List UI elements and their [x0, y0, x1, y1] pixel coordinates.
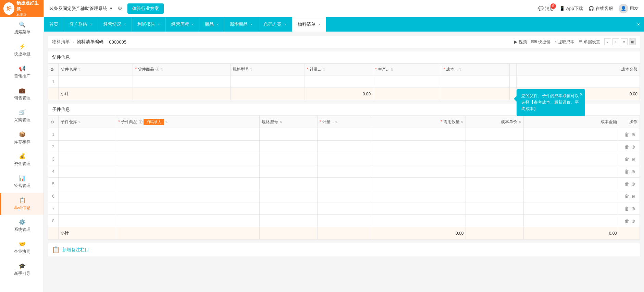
parent-row-unit[interactable] [305, 75, 373, 88]
parent-row-spec[interactable] [230, 75, 305, 88]
child-row-qty-5[interactable] [370, 178, 466, 190]
child-row-spec-2[interactable] [260, 141, 317, 153]
child-row-spec-5[interactable] [260, 178, 317, 190]
child-row-warehouse-2[interactable] [59, 141, 116, 153]
app-download-btn[interactable]: 📱 App下载 [559, 5, 583, 12]
child-row-qty-7[interactable] [370, 202, 466, 215]
tab-new-goods[interactable]: 新增商品 × [224, 17, 258, 32]
tab-customer-close[interactable]: × [90, 23, 92, 26]
parent-row-cost-amount[interactable] [516, 75, 640, 88]
sidebar-item-guide[interactable]: 🎓 新手引导 [0, 259, 44, 281]
tab-ops-history-close[interactable]: × [192, 23, 194, 26]
child-row-unit-6[interactable] [317, 190, 370, 202]
sidebar-item-finance[interactable]: 💰 资金管理 [0, 149, 44, 171]
child-row-spec-1[interactable] [260, 128, 317, 141]
child-row-warehouse-8[interactable] [59, 215, 116, 227]
sidebar-item-purchase[interactable]: 🛒 采购管理 [0, 105, 44, 127]
child-row-warehouse-4[interactable] [59, 165, 116, 178]
child-row-unit-5[interactable] [317, 178, 370, 190]
delete-icon-2[interactable]: 🗑 [624, 144, 629, 150]
child-row-cost-unit-6[interactable] [466, 190, 523, 202]
delete-icon-5[interactable]: 🗑 [624, 181, 629, 187]
settings-btn[interactable]: ⚙ [115, 4, 125, 13]
child-row-qty-3[interactable] [370, 153, 466, 165]
tab-barcode-close[interactable]: × [284, 23, 286, 26]
child-row-qty-1[interactable] [370, 128, 466, 141]
child-row-goods-2[interactable] [116, 141, 260, 153]
copy-icon-4[interactable]: ⊕ [631, 169, 635, 174]
message-btn[interactable]: 💬 消息 6 [538, 5, 554, 12]
page-next-btn[interactable]: › [612, 38, 619, 45]
parent-row-production[interactable] [373, 75, 441, 88]
child-row-spec-7[interactable] [260, 202, 317, 215]
child-goods-info-icon[interactable]: ⓘ [139, 120, 143, 124]
video-action[interactable]: ▶ 视频 [514, 39, 527, 45]
child-row-warehouse-7[interactable] [59, 202, 116, 215]
child-row-cost-unit-8[interactable] [466, 215, 523, 227]
child-row-cost-unit-3[interactable] [466, 153, 523, 165]
child-row-cost-unit-5[interactable] [466, 178, 523, 190]
child-row-spec-3[interactable] [260, 153, 317, 165]
delete-icon-7[interactable]: 🗑 [624, 206, 629, 211]
close-all-tabs-btn[interactable]: × [633, 22, 644, 27]
child-row-goods-1[interactable] [116, 128, 260, 141]
single-settings-action[interactable]: ☰ 单据设置 [579, 39, 600, 45]
delete-icon-8[interactable]: 🗑 [624, 218, 629, 224]
child-row-cost-unit-4[interactable] [466, 165, 523, 178]
child-row-unit-2[interactable] [317, 141, 370, 153]
parent-row-goods[interactable] [133, 75, 230, 88]
online-service-btn[interactable]: 🎧 在线客服 [589, 5, 613, 12]
extract-cost-action[interactable]: ↑ 提取成本 [555, 39, 574, 45]
child-row-goods-3[interactable] [116, 153, 260, 165]
tab-barcode[interactable]: 条码方案 × [258, 17, 292, 32]
parent-goods-info-icon[interactable]: ⓘ [156, 67, 159, 71]
add-note-label[interactable]: 新增备注栏目 [62, 247, 89, 253]
tab-goods-close[interactable]: × [216, 23, 219, 26]
child-row-goods-7[interactable] [116, 202, 260, 215]
delete-icon-1[interactable]: 🗑 [624, 132, 629, 137]
child-row-cost-unit-2[interactable] [466, 141, 523, 153]
sidebar-item-sales[interactable]: 💼 销售管理 [0, 83, 44, 105]
child-row-spec-8[interactable] [260, 215, 317, 227]
delete-icon-4[interactable]: 🗑 [624, 169, 629, 174]
child-row-goods-5[interactable] [116, 178, 260, 190]
tab-home[interactable]: 首页 [44, 17, 64, 32]
child-row-qty-2[interactable] [370, 141, 466, 153]
child-row-cost-unit-7[interactable] [466, 202, 523, 215]
child-row-warehouse-6[interactable] [59, 190, 116, 202]
tab-bom-close[interactable]: × [318, 23, 320, 26]
child-row-cost-amount-8[interactable] [523, 215, 619, 227]
child-row-warehouse-1[interactable] [59, 128, 116, 141]
tab-bom[interactable]: 物料清单 × [292, 17, 326, 32]
delete-icon-3[interactable]: 🗑 [624, 156, 629, 162]
child-row-spec-6[interactable] [260, 190, 317, 202]
user-menu[interactable]: 👤 用友 [619, 4, 639, 13]
child-row-unit-8[interactable] [317, 215, 370, 227]
child-row-unit-7[interactable] [317, 202, 370, 215]
copy-icon-6[interactable]: ⊕ [631, 194, 635, 199]
page-grid-btn[interactable]: ⊞ [629, 38, 636, 45]
delete-icon-6[interactable]: 🗑 [624, 194, 629, 199]
child-row-cost-amount-6[interactable] [523, 190, 619, 202]
child-row-qty-6[interactable] [370, 190, 466, 202]
page-prev-btn[interactable]: ‹ [604, 38, 611, 45]
copy-icon-5[interactable]: ⊕ [631, 181, 635, 187]
tab-ops-history[interactable]: 经营历程 × [166, 17, 200, 32]
child-row-cost-amount-3[interactable] [523, 153, 619, 165]
sidebar-item-search[interactable]: 🔍 搜索菜单 [0, 17, 44, 39]
child-row-cost-unit-1[interactable] [466, 128, 523, 141]
tab-ops-status[interactable]: 经营情况 × [98, 17, 132, 32]
tab-ops-status-close[interactable]: × [124, 23, 126, 26]
child-row-cost-amount-2[interactable] [523, 141, 619, 153]
parent-row-cost[interactable] [441, 75, 509, 88]
child-row-qty-8[interactable] [370, 215, 466, 227]
child-row-cost-amount-7[interactable] [523, 202, 619, 215]
child-row-goods-6[interactable] [116, 190, 260, 202]
child-row-qty-4[interactable] [370, 165, 466, 178]
copy-icon-3[interactable]: ⊕ [631, 156, 635, 162]
parent-row-warehouse[interactable] [59, 75, 133, 88]
tab-profit[interactable]: 利润报告 × [132, 17, 166, 32]
sidebar-item-quick-nav[interactable]: ⚡ 快捷导航 [0, 39, 44, 61]
sidebar-item-enterprise[interactable]: 🤝 企业协同 [0, 237, 44, 259]
child-row-cost-amount-5[interactable] [523, 178, 619, 190]
